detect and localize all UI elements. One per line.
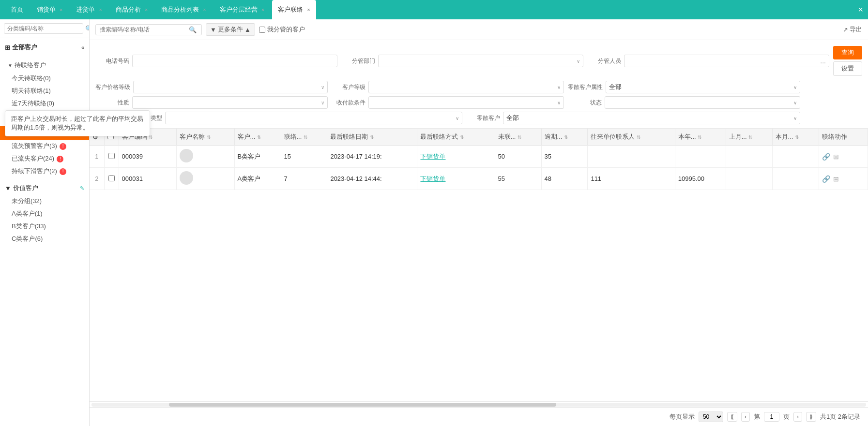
method-link[interactable]: 下销货单 — [420, 175, 445, 182]
my-customers-checkbox[interactable] — [259, 27, 265, 33]
th-contact-count[interactable]: 联络... ⇅ — [281, 129, 327, 146]
nav-home[interactable]: 首页 — [5, 0, 29, 19]
first-page-button[interactable]: ⟪ — [727, 412, 737, 422]
overdue-days: 35 — [541, 146, 588, 168]
dept-select[interactable]: ∨ — [378, 55, 583, 67]
prev-page-button[interactable]: ‹ — [741, 412, 750, 422]
collapse-icon[interactable]: « — [81, 44, 84, 50]
qr-icon[interactable]: ⊞ — [833, 153, 839, 161]
price-level-select[interactable]: ∨ — [133, 81, 328, 93]
table-body: 1 000039 B类客户 15 2023-04-17 14:19: 下销货单 — [90, 146, 868, 190]
export-button[interactable]: ↗ 导出 — [843, 25, 862, 34]
sort-icon: ⇅ — [518, 134, 521, 140]
nav-customer-layered[interactable]: 客户分层经营 × — [214, 0, 270, 19]
chevron-down-icon: ∨ — [557, 85, 561, 90]
th-name[interactable]: 客户名称 ⇅ — [177, 129, 235, 146]
close-icon[interactable]: × — [307, 7, 310, 13]
sidebar-item-lost-warning[interactable]: 流失预警客户(3) ! — [0, 140, 89, 152]
more-conditions-button[interactable]: ▼ 更多条件 ▲ — [206, 23, 255, 36]
nav-purchase[interactable]: 进货单 × — [70, 0, 107, 19]
sidebar-item-class-b[interactable]: B类客户(33) — [0, 220, 89, 233]
this-month-amount — [772, 168, 819, 190]
this-month-amount — [772, 146, 819, 168]
nav-product-analysis-list[interactable]: 商品分析列表 × — [155, 0, 212, 19]
year-amount: 10995.00 — [675, 168, 726, 190]
sidebar-item-today[interactable]: 今天待联络(0) — [0, 72, 89, 85]
settings-button[interactable]: 设置 — [833, 61, 862, 76]
sidebar-item-class-a[interactable]: A类客户(1) — [0, 207, 89, 220]
row-checkbox[interactable] — [108, 153, 115, 159]
action-buttons: 查询 设置 — [833, 44, 862, 78]
customer-type-cell: A类客户 — [234, 168, 281, 190]
row-checkbox-cell — [104, 146, 119, 168]
nav-customer-contact[interactable]: 客户联络 × — [272, 0, 316, 19]
sidebar-pending-group[interactable]: ▼ 待联络客户 — [0, 59, 89, 72]
sidebar-item-7days[interactable]: 近7天待联络(0) — [0, 97, 89, 110]
th-last-contact-date[interactable]: 最后联络日期 ⇅ — [327, 129, 417, 146]
sidebar-value-header[interactable]: ▼ 价值客户 ✎ — [0, 181, 89, 195]
filter-row-1: 电话号码 分管部门 ∨ 分管人员 ... — [95, 44, 862, 78]
export-icon: ↗ — [843, 26, 848, 33]
sidebar-all-customers-header[interactable]: ⊞ 全部客户 « — [0, 40, 89, 55]
search-input[interactable] — [100, 26, 187, 33]
th-contacts[interactable]: 往来单位联系人 ⇅ — [588, 129, 675, 146]
payment-select[interactable]: ∨ — [368, 96, 564, 109]
sidebar-search-input[interactable] — [4, 23, 83, 34]
qr-icon[interactable]: ⊞ — [833, 175, 839, 183]
th-year-amount[interactable]: 本年... ⇅ — [675, 129, 726, 146]
link-icon[interactable]: 🔗 — [822, 175, 830, 183]
page-number-input[interactable] — [764, 412, 779, 422]
window-close-button[interactable]: × — [858, 5, 863, 15]
close-icon[interactable]: × — [261, 7, 264, 13]
per-page-select[interactable]: 50 20 100 — [699, 411, 723, 422]
th-last-contact-method[interactable]: 最后联络方式 ⇅ — [417, 129, 495, 146]
unlisted-days: 50 — [495, 146, 541, 168]
retail-customer-select[interactable]: 全部 ∨ — [503, 112, 800, 124]
search-icon[interactable]: 🔍 — [189, 26, 197, 33]
sidebar-item-class-c[interactable]: C类客户(6) — [0, 233, 89, 245]
scroll-thumb[interactable] — [169, 403, 556, 407]
customer-level-select[interactable]: ∨ — [368, 81, 564, 93]
edit-icon[interactable]: ✎ — [80, 185, 84, 191]
top-navigation: 首页 销货单 × 进货单 × 商品分析 × 商品分析列表 × 客户分层经营 × … — [0, 0, 868, 19]
close-icon[interactable]: × — [203, 7, 206, 13]
last-page-button[interactable]: ⟫ — [806, 412, 816, 422]
nav-product-analysis[interactable]: 商品分析 × — [110, 0, 153, 19]
retail-attr-select[interactable]: 全部 ∨ — [606, 81, 800, 93]
sidebar-item-ungrouped[interactable]: 未分组(32) — [0, 195, 89, 207]
th-overdue[interactable]: 逾期... ⇅ — [541, 129, 588, 146]
sort-icon: ⇅ — [370, 134, 374, 140]
sidebar-search-icon[interactable]: 🔍 — [85, 25, 90, 32]
filter-gender: 性质 ∨ — [95, 96, 328, 109]
status-select[interactable]: ∨ — [605, 96, 800, 109]
sort-icon: ⇅ — [564, 134, 568, 140]
gender-select[interactable]: ∨ — [132, 96, 328, 109]
row-checkbox[interactable] — [108, 175, 115, 181]
last-month-amount — [726, 168, 772, 190]
contact-count: 15 — [281, 146, 327, 168]
close-icon[interactable]: × — [60, 7, 62, 13]
filter-status: 状态 ∨ — [568, 96, 800, 109]
chevron-down-icon: ∨ — [321, 100, 324, 105]
close-icon[interactable]: × — [145, 7, 148, 13]
phone-input[interactable] — [132, 55, 337, 67]
dots-icon[interactable]: ... — [820, 57, 826, 65]
query-button[interactable]: 查询 — [833, 46, 862, 59]
sidebar-all-customers-section: ⊞ 全部客户 « — [0, 38, 89, 57]
th-unlisted[interactable]: 未联... ⇅ — [495, 129, 541, 146]
close-icon[interactable]: × — [99, 7, 102, 13]
horizontal-scrollbar[interactable] — [90, 401, 868, 407]
sidebar-item-declining[interactable]: 持续下滑客户(2) ! — [0, 165, 89, 177]
nav-sales-order[interactable]: 销货单 × — [31, 0, 68, 19]
row-checkbox-cell — [104, 168, 119, 190]
sidebar-item-tomorrow[interactable]: 明天待联络(1) — [0, 85, 89, 97]
next-page-button[interactable]: › — [793, 412, 802, 422]
th-this-month[interactable]: 本月... ⇅ — [772, 129, 819, 146]
th-customer-type[interactable]: 客户... ⇅ — [234, 129, 281, 146]
person-select[interactable]: ... — [624, 55, 829, 67]
customer-type-select[interactable]: ∨ — [165, 112, 462, 124]
method-link[interactable]: 下销货单 — [420, 153, 445, 160]
link-icon[interactable]: 🔗 — [822, 153, 830, 161]
sidebar-item-lost[interactable]: 已流失客户(24) ! — [0, 152, 89, 165]
th-last-month[interactable]: 上月... ⇅ — [726, 129, 772, 146]
